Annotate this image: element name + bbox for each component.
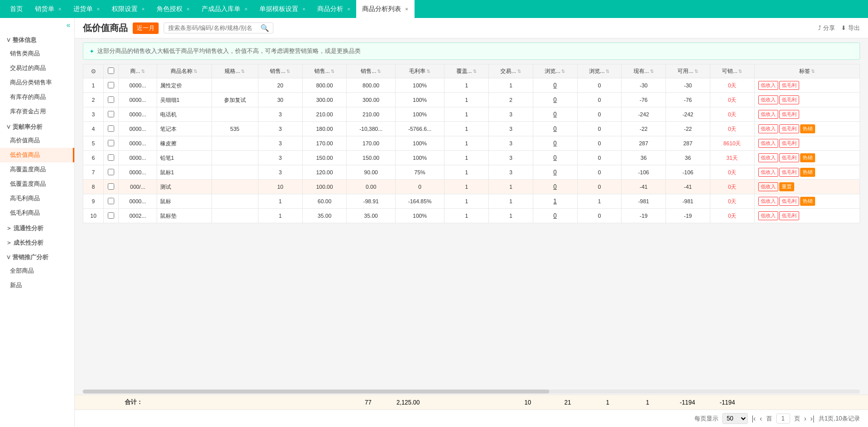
cell-browse1[interactable]: 0 bbox=[533, 151, 577, 165]
cell-check[interactable] bbox=[104, 151, 119, 165]
search-input[interactable] bbox=[168, 24, 258, 31]
cell-browse1[interactable]: 0 bbox=[533, 165, 577, 180]
col-code[interactable]: 商...⇅ bbox=[119, 64, 157, 78]
cell-browse1[interactable]: 0 bbox=[533, 78, 577, 93]
cell-check[interactable] bbox=[104, 209, 119, 223]
cell-browse1[interactable]: 0 bbox=[533, 209, 577, 223]
sidebar-item-low-value[interactable]: 低价值商品 bbox=[0, 148, 74, 162]
col-stock2[interactable]: 可用...⇅ bbox=[666, 64, 710, 78]
nav-sales[interactable]: 销货单 × bbox=[29, 0, 67, 18]
col-gross-rate[interactable]: 毛利率⇅ bbox=[395, 64, 444, 78]
col-spec[interactable]: 规格...⇅ bbox=[212, 64, 258, 78]
browse1-link[interactable]: 0 bbox=[553, 96, 557, 103]
sidebar-group-flow[interactable]: ＞ 流通性分析 bbox=[0, 220, 74, 235]
cell-browse1[interactable]: 0 bbox=[533, 93, 577, 107]
browse1-link[interactable]: 0 bbox=[553, 111, 557, 118]
nav-template[interactable]: 单据模板设置 × bbox=[253, 0, 311, 18]
nav-purchase-close[interactable]: × bbox=[97, 6, 100, 12]
nav-role[interactable]: 角色授权 × bbox=[151, 0, 196, 18]
col-coverage[interactable]: 覆盖...⇅ bbox=[444, 64, 489, 78]
sidebar-item-low-coverage[interactable]: 低覆盖度商品 bbox=[0, 177, 74, 191]
row-checkbox[interactable] bbox=[108, 154, 114, 161]
cell-browse1[interactable]: 1 bbox=[533, 194, 577, 209]
cell-check[interactable] bbox=[104, 180, 119, 194]
col-trade[interactable]: 交易...⇅ bbox=[489, 64, 533, 78]
scroll-bar-area[interactable] bbox=[75, 389, 868, 395]
sidebar-collapse-btn[interactable]: « bbox=[66, 21, 70, 29]
cell-check[interactable] bbox=[104, 107, 119, 122]
nav-template-close[interactable]: × bbox=[302, 6, 305, 12]
browse1-link[interactable]: 0 bbox=[553, 82, 557, 89]
nav-product-analysis[interactable]: 商品分析 × bbox=[311, 0, 356, 18]
select-all-checkbox[interactable] bbox=[108, 67, 114, 74]
col-stock3[interactable]: 可销...⇅ bbox=[710, 64, 754, 78]
sidebar-item-high-value[interactable]: 高价值商品 bbox=[0, 133, 74, 148]
browse1-link[interactable]: 0 bbox=[553, 212, 557, 219]
col-checkbox[interactable] bbox=[104, 64, 119, 78]
nav-permission-close[interactable]: × bbox=[142, 6, 145, 12]
cell-check[interactable] bbox=[104, 78, 119, 93]
sidebar-item-high-margin[interactable]: 高毛利商品 bbox=[0, 191, 74, 206]
page-size-select[interactable]: 50 100 200 bbox=[722, 413, 748, 424]
col-sales-amount[interactable]: 销售...⇅ bbox=[347, 64, 395, 78]
browse1-link[interactable]: 0 bbox=[553, 183, 557, 190]
row-checkbox[interactable] bbox=[108, 183, 114, 190]
row-checkbox[interactable] bbox=[108, 82, 114, 88]
export-button[interactable]: ⬇ 导出 bbox=[841, 24, 860, 32]
period-button[interactable]: 近一月 bbox=[133, 22, 159, 34]
cell-check[interactable] bbox=[104, 165, 119, 180]
sidebar-item-low-margin[interactable]: 低毛利商品 bbox=[0, 206, 74, 220]
nav-product-analysis-close[interactable]: × bbox=[347, 6, 350, 12]
browse1-link[interactable]: 0 bbox=[553, 125, 557, 132]
sidebar-item-high-coverage[interactable]: 高覆盖度商品 bbox=[0, 162, 74, 177]
cell-check[interactable] bbox=[104, 194, 119, 209]
cell-check[interactable] bbox=[104, 93, 119, 107]
col-settings[interactable]: ⚙ bbox=[83, 64, 104, 78]
nav-product-storage[interactable]: 产成品入库单 × bbox=[196, 0, 253, 18]
nav-product-storage-close[interactable]: × bbox=[244, 6, 247, 12]
browse1-link[interactable]: 0 bbox=[553, 169, 557, 176]
nav-product-analysis-list[interactable]: 商品分析列表 × bbox=[356, 0, 414, 18]
sidebar-group-growth[interactable]: ＞ 成长性分析 bbox=[0, 235, 74, 249]
browse1-link[interactable]: 1 bbox=[553, 198, 557, 205]
sidebar-item-all-goods[interactable]: 全部商品 bbox=[0, 264, 74, 278]
prev-page-btn[interactable]: ‹ bbox=[760, 415, 762, 423]
nav-home[interactable]: 首页 bbox=[4, 0, 29, 18]
nav-purchase[interactable]: 进货单 × bbox=[67, 0, 106, 18]
row-checkbox[interactable] bbox=[108, 140, 114, 146]
cell-browse1[interactable]: 0 bbox=[533, 107, 577, 122]
share-button[interactable]: ⤴ 分享 bbox=[818, 24, 835, 32]
row-checkbox[interactable] bbox=[108, 96, 114, 103]
row-checkbox[interactable] bbox=[108, 169, 114, 175]
col-sales-qty[interactable]: 销售...⇅ bbox=[258, 64, 302, 78]
browse1-link[interactable]: 0 bbox=[553, 140, 557, 147]
sidebar-item-new-goods[interactable]: 新品 bbox=[0, 278, 74, 293]
cell-check[interactable] bbox=[104, 136, 119, 151]
row-checkbox[interactable] bbox=[108, 198, 114, 204]
sidebar-item-category-rate[interactable]: 商品分类销售率 bbox=[0, 75, 74, 90]
cell-browse1[interactable]: 0 bbox=[533, 180, 577, 194]
nav-product-analysis-list-close[interactable]: × bbox=[405, 6, 408, 12]
sidebar-item-traded-goods[interactable]: 交易过的商品 bbox=[0, 61, 74, 75]
sidebar-item-stock-goods[interactable]: 有库存的商品 bbox=[0, 90, 74, 104]
col-stock1[interactable]: 现有...⇅ bbox=[622, 64, 666, 78]
cell-browse1[interactable]: 0 bbox=[533, 136, 577, 151]
sidebar-item-capital[interactable]: 库存资金占用 bbox=[0, 104, 74, 119]
next-page-btn[interactable]: › bbox=[804, 415, 807, 423]
current-page[interactable]: 1 bbox=[776, 414, 790, 424]
nav-sales-close[interactable]: × bbox=[58, 6, 61, 12]
col-browse2[interactable]: 浏览...⇅ bbox=[577, 64, 622, 78]
col-tags[interactable]: 标签⇅ bbox=[754, 64, 860, 78]
nav-role-close[interactable]: × bbox=[187, 6, 190, 12]
sidebar-item-sales-goods[interactable]: 销售类商品 bbox=[0, 46, 74, 61]
nav-permission[interactable]: 权限设置 × bbox=[106, 0, 151, 18]
search-icon[interactable]: 🔍 bbox=[260, 24, 269, 32]
col-sales-price[interactable]: 销售...⇅ bbox=[302, 64, 347, 78]
row-checkbox[interactable] bbox=[108, 212, 114, 219]
row-checkbox[interactable] bbox=[108, 111, 114, 117]
cell-browse1[interactable]: 0 bbox=[533, 122, 577, 136]
col-browse1[interactable]: 浏览...⇅ bbox=[533, 64, 577, 78]
cell-check[interactable] bbox=[104, 122, 119, 136]
last-page-btn[interactable]: ›| bbox=[810, 415, 814, 423]
row-checkbox[interactable] bbox=[108, 125, 114, 132]
